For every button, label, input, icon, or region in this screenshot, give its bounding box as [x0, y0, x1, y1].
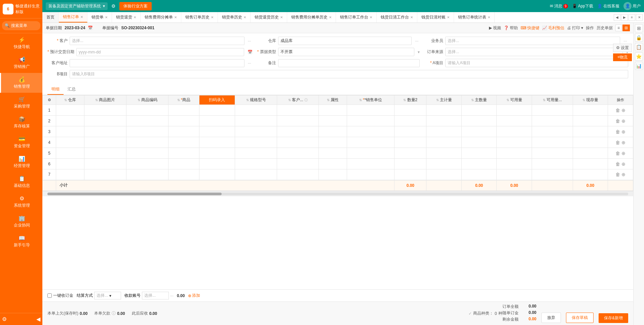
tab-close-icon[interactable]: ✕	[105, 15, 108, 19]
tab-sales-return[interactable]: 销货退货 ✕	[112, 12, 141, 23]
sort-icon[interactable]: ⇅	[403, 98, 406, 102]
b-project-input[interactable]: 请输入B项目	[70, 70, 628, 78]
sort-icon[interactable]: ⇅	[506, 98, 509, 102]
tab-close-icon[interactable]: ✕	[447, 15, 450, 19]
sort-icon[interactable]: ⇅	[177, 98, 180, 102]
tab-close-all-button[interactable]: ✕	[636, 14, 643, 21]
operation-button[interactable]: 操作	[586, 25, 594, 31]
sort-icon[interactable]: ⇅	[288, 98, 291, 102]
tab-close-icon[interactable]: ✕	[280, 15, 283, 19]
add-material-button[interactable]: +物流	[613, 53, 632, 61]
sort-icon[interactable]: ⇅	[543, 98, 545, 102]
tab-close-icon[interactable]: ✕	[134, 15, 136, 19]
tab-order-workbench[interactable]: 销售订单工作台 ✕	[336, 12, 377, 23]
settings-button[interactable]: ⚙ 设置	[613, 44, 632, 52]
sort-icon[interactable]: ⇅	[95, 98, 98, 102]
sidebar-collapse-button[interactable]: ◀	[36, 316, 40, 322]
tab-more-button[interactable]: ≡	[629, 14, 635, 21]
sort-icon[interactable]: ⇅	[359, 98, 362, 102]
delete-row-button[interactable]: 🗑	[615, 108, 620, 113]
customer-input[interactable]: 选择...	[70, 37, 244, 45]
shortcut-button[interactable]: ⌨ 快捷键	[521, 25, 539, 31]
topbar-settings-button[interactable]: ⚙	[110, 2, 117, 10]
sidebar-settings-button[interactable]: ⚙	[2, 316, 7, 322]
add-payment-button[interactable]: ⊕ 添加	[188, 293, 200, 298]
sidebar-item-system[interactable]: ⚙ 系统管理	[0, 192, 42, 212]
profit-button[interactable]: 📈 毛利预估	[542, 25, 564, 31]
message-button[interactable]: ✉ 消息 9	[550, 3, 568, 9]
history-button[interactable]: 历史单据	[597, 25, 613, 31]
account-select[interactable]: 选择...	[142, 292, 169, 299]
user-menu-button[interactable]: 👤 用户	[623, 2, 641, 10]
tab-prev-button[interactable]: ◀	[614, 14, 620, 21]
one-click-checkbox[interactable]	[47, 293, 52, 298]
sidebar-item-inventory[interactable]: 📦 库存核算	[0, 113, 42, 132]
chevron-down-icon[interactable]: ▾	[418, 50, 420, 54]
save-draft-button[interactable]: 保存草稿	[566, 313, 594, 323]
notes-input[interactable]	[278, 59, 420, 67]
sidebar-item-operations[interactable]: 📊 经营管理	[0, 152, 42, 172]
sort-icon[interactable]: ⇅	[327, 98, 330, 102]
delete-row-button[interactable]: 🗑	[615, 118, 620, 124]
staff-dots[interactable]: ···	[622, 39, 628, 43]
tab-sales-stats[interactable]: 销售订单统计表 ✕	[454, 12, 495, 23]
tab-sales-fee[interactable]: 销售费用分摊单 ✕	[141, 12, 181, 23]
delete-row-button[interactable]: 🗑	[615, 129, 620, 134]
delete-row-button[interactable]: 🗑	[615, 140, 620, 145]
sort-icon[interactable]: ⇅	[436, 98, 439, 102]
copy-row-button[interactable]: ⊕	[621, 151, 626, 156]
sidebar-item-shortcut[interactable]: ⚡ 快捷导航	[0, 33, 42, 53]
online-support-button[interactable]: 👤 在线客服	[597, 3, 619, 9]
tab-close-icon[interactable]: ✕	[243, 15, 246, 19]
copy-row-button[interactable]: ⊕	[621, 108, 626, 113]
account-dots[interactable]: ···	[170, 293, 174, 298]
tab-goods-history[interactable]: 销货单历史 ✕	[218, 12, 251, 23]
right-panel-btn-4[interactable]: ⭐	[635, 52, 643, 60]
sidebar-item-sales[interactable]: 💰 销售管理	[0, 73, 42, 93]
col-scan[interactable]: 扫码录入	[199, 95, 235, 105]
copy-row-button[interactable]: ⊕	[621, 161, 626, 167]
tab-cash-reconcile[interactable]: 钱货日清对账 ✕	[417, 12, 454, 23]
address-input[interactable]	[70, 59, 244, 67]
right-panel-btn-3[interactable]: 📋	[635, 43, 643, 51]
list-view-button[interactable]: ≡	[615, 25, 622, 31]
payment-method-select[interactable]: 选择... ▾	[94, 292, 121, 299]
tab-close-icon[interactable]: ✕	[211, 15, 214, 19]
help-button[interactable]: ❓ 帮助	[504, 25, 518, 31]
grid-view-button[interactable]: ⊞	[622, 25, 630, 31]
invoice-type-input[interactable]: 不开票	[278, 48, 415, 56]
delivery-date-input[interactable]: yyyy-mm-dd	[76, 48, 244, 56]
right-panel-btn-2[interactable]: 🔒	[635, 34, 643, 42]
delete-row-button[interactable]: 🗑	[615, 151, 620, 156]
search-menu-button[interactable]: 🔍 搜索菜单	[2, 21, 40, 30]
address-dots[interactable]: ···	[247, 61, 253, 66]
tab-close-icon[interactable]: ✕	[80, 15, 83, 19]
sort-icon[interactable]: ⇅	[582, 98, 585, 102]
warehouse-dots[interactable]: ···	[414, 39, 420, 43]
tab-home[interactable]: 首页	[42, 12, 59, 23]
warehouse-input[interactable]: 成品库	[278, 37, 412, 45]
save-new-button[interactable]: 保存&新增	[599, 313, 628, 323]
tab-close-icon[interactable]: ✕	[488, 15, 490, 19]
discard-button[interactable]: 放弃	[541, 313, 561, 323]
tab-next-button[interactable]: ▶	[621, 14, 628, 21]
sidebar-item-purchase[interactable]: 🛒 采购管理	[0, 93, 42, 113]
copy-row-button[interactable]: ⊕	[621, 140, 626, 145]
sort-icon[interactable]: ⇅	[138, 98, 140, 102]
sidebar-item-marketing[interactable]: 📢 营销推广	[0, 53, 42, 73]
one-click-label[interactable]: 一键收订金	[47, 293, 73, 298]
calendar-icon[interactable]: 📅	[88, 26, 93, 30]
right-panel-btn-1[interactable]: ⊞	[635, 24, 643, 32]
app-download-button[interactable]: 📱 App下载	[572, 3, 593, 9]
tab-cash-workbench[interactable]: 钱货日清工作台 ✕	[377, 12, 417, 23]
a-project-input[interactable]: 请输入A项目	[445, 59, 628, 67]
sidebar-item-enterprise[interactable]: 🏢 企业协同	[0, 212, 42, 232]
tab-return-history[interactable]: 销货退货历史 ✕	[251, 12, 287, 23]
copy-row-button[interactable]: ⊕	[621, 129, 626, 134]
scrollbar-thumb[interactable]	[47, 193, 222, 195]
copy-row-button[interactable]: ⊕	[621, 118, 626, 124]
col-settings[interactable]: ⚙	[43, 95, 56, 105]
staff-input[interactable]: 选择...	[445, 37, 620, 45]
sidebar-item-finance[interactable]: 💳 资金管理	[0, 132, 42, 152]
sort-icon[interactable]: ⇅	[246, 98, 249, 102]
